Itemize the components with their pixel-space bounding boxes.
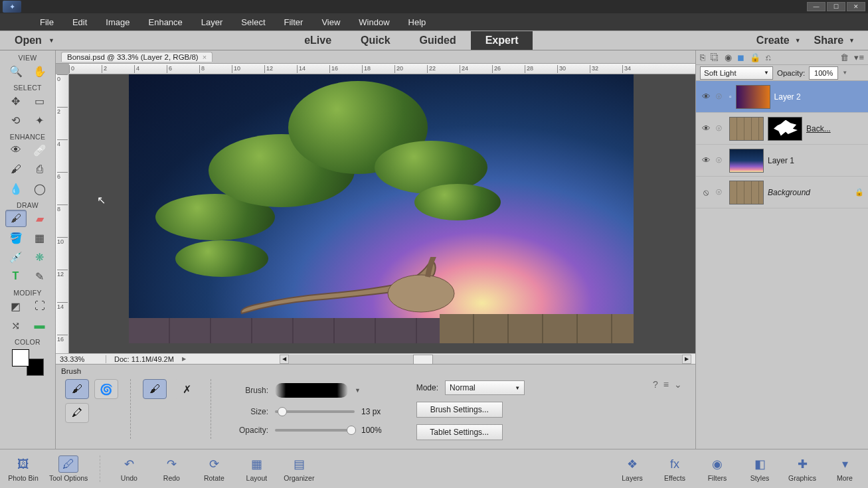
blend-mode-dropdown[interactable]: Normal▼ (445, 380, 525, 395)
bottom-organizer[interactable]: ▤Organizer (282, 455, 315, 482)
bottom-effects[interactable]: fxEffects (658, 455, 691, 482)
canvas-viewport[interactable]: ↖ (69, 74, 695, 353)
menu-help[interactable]: Help (402, 15, 433, 29)
size-slider[interactable] (275, 410, 355, 413)
layer-blend-dropdown[interactable]: Soft Light▼ (700, 66, 773, 80)
crop-tool[interactable]: ◩ (5, 297, 27, 315)
bottom-styles[interactable]: ◧Styles (743, 455, 776, 482)
brush-tool[interactable]: 🖌 (5, 210, 27, 227)
content-move-tool[interactable]: ⤭ (5, 317, 27, 334)
layer-row[interactable]: 👁⦾Back... (696, 113, 868, 145)
close-button[interactable]: ✕ (847, 2, 865, 11)
layer-thumbnail[interactable] (729, 181, 764, 204)
fill-tool[interactable]: 🪣 (5, 229, 27, 246)
brush-settings-button[interactable]: Brush Settings... (416, 402, 503, 418)
layer-mask-thumbnail[interactable] (768, 117, 802, 141)
menu-window[interactable]: Window (352, 15, 396, 29)
bottom-more[interactable]: ▾More (828, 455, 861, 482)
lock-toggle[interactable]: ⦾ (716, 124, 725, 133)
mode-tab-elive[interactable]: eLive (290, 31, 346, 50)
menu-enhance[interactable]: Enhance (142, 15, 189, 29)
layer-name[interactable]: Layer 1 (768, 156, 864, 165)
layer-row[interactable]: 👁⦾▫Layer 2 (696, 81, 868, 113)
opacity-slider[interactable] (275, 429, 355, 432)
panel-menu-icon[interactable]: ▾≡ (854, 52, 864, 62)
redeye-tool[interactable]: 👁 (5, 141, 27, 159)
foreground-color[interactable] (12, 349, 29, 366)
mode-tab-guided[interactable]: Guided (405, 31, 471, 50)
bottom-undo[interactable]: ↶Undo (112, 455, 145, 482)
recompose-tool[interactable]: ⛶ (29, 297, 50, 315)
color-swatches[interactable] (12, 349, 44, 376)
bottom-redo[interactable]: ↷Redo (155, 455, 188, 482)
menu-filter[interactable]: Filter (278, 15, 310, 29)
canvas-image[interactable] (129, 74, 634, 343)
open-button[interactable]: Open▼ (0, 31, 66, 50)
layer-thumbnail[interactable] (729, 149, 764, 173)
collapse-icon[interactable]: ⌄ (674, 379, 682, 390)
bottom-photo-bin[interactable]: 🖼Photo Bin (7, 455, 40, 482)
zoom-tool[interactable]: 🔍 (5, 62, 27, 80)
help-icon[interactable]: ? (653, 379, 658, 390)
text-tool[interactable]: T (5, 268, 27, 285)
new-group-icon[interactable]: ⿻ (711, 52, 719, 62)
create-button[interactable]: Create▼ (756, 35, 801, 46)
menu-image[interactable]: Image (99, 15, 136, 29)
bottom-rotate[interactable]: ⟳Rotate (197, 455, 230, 482)
layer-row[interactable]: ⦸⦾Background🔒 (696, 177, 868, 208)
visibility-toggle[interactable]: 👁 (700, 92, 712, 102)
new-layer-icon[interactable]: ⎘ (700, 52, 705, 62)
zoom-readout[interactable]: 33.33% (60, 355, 106, 363)
layer-thumbnail[interactable] (736, 85, 770, 109)
bottom-tool-options[interactable]: 🖊Tool Options (49, 455, 88, 482)
lock-toggle[interactable]: ⦾ (716, 188, 725, 197)
layer-name[interactable]: Back... (806, 124, 864, 133)
maximize-button[interactable]: ☐ (827, 2, 845, 11)
layer-row[interactable]: 👁⦾Layer 1 (696, 145, 868, 177)
horizontal-scrollbar[interactable]: ◀▶ (280, 355, 691, 364)
brush-type-b[interactable]: ✗ (175, 379, 199, 399)
share-button[interactable]: Share▼ (814, 35, 855, 46)
eyedropper-tool[interactable]: 💉 (5, 248, 27, 266)
healing-tool[interactable]: 🩹 (29, 141, 50, 159)
visibility-toggle[interactable]: ⦸ (700, 187, 712, 198)
tablet-settings-button[interactable]: Tablet Settings... (416, 424, 503, 440)
mode-tab-expert[interactable]: Expert (471, 31, 533, 50)
move-tool[interactable]: ✥ (5, 92, 27, 110)
layer-name[interactable]: Layer 2 (774, 92, 864, 102)
menu-select[interactable]: Select (234, 15, 272, 29)
impressionist-subtool[interactable]: 🌀 (94, 379, 118, 399)
lasso-tool[interactable]: ⟲ (5, 112, 27, 129)
mask-icon[interactable]: ◼ (737, 52, 744, 62)
shape-tool[interactable]: ❋ (29, 248, 50, 266)
lock-icon[interactable]: 🔒 (750, 52, 760, 62)
brush-type-a[interactable]: 🖌 (143, 379, 167, 399)
layer-opacity-field[interactable]: 100% (809, 66, 838, 80)
color-replace-subtool[interactable]: 🖍 (65, 403, 89, 423)
mode-tab-quick[interactable]: Quick (346, 31, 404, 50)
brush-preview[interactable] (275, 383, 348, 398)
layer-name[interactable]: Background (768, 188, 851, 197)
straighten-tool[interactable]: ▬ (29, 317, 50, 334)
clone-stamp-tool[interactable]: ⎙ (29, 161, 50, 178)
visibility-toggle[interactable]: 👁 (700, 123, 712, 133)
link-icon[interactable]: ⎌ (766, 52, 771, 62)
marquee-tool[interactable]: ▭ (29, 92, 50, 110)
pencil-tool[interactable]: ✎ (29, 268, 50, 285)
eraser-tool[interactable]: ▰ (29, 210, 50, 227)
menu-view[interactable]: View (315, 15, 347, 29)
trash-icon[interactable]: 🗑 (840, 52, 849, 62)
menu-layer[interactable]: Layer (195, 15, 230, 29)
menu-file[interactable]: File (33, 15, 60, 29)
magic-wand-tool[interactable]: ✦ (29, 112, 50, 129)
bottom-graphics[interactable]: ✚Graphics (786, 455, 819, 482)
minimize-button[interactable]: — (807, 2, 825, 11)
menu-icon[interactable]: ≡ (663, 379, 669, 390)
smart-brush-tool[interactable]: 🖌 (5, 161, 27, 178)
menu-edit[interactable]: Edit (66, 15, 94, 29)
sponge-tool[interactable]: ◯ (29, 180, 50, 197)
close-tab-icon[interactable]: × (203, 53, 207, 61)
document-tab[interactable]: Bonsai.psd @ 33.3% (Layer 2, RGB/8) × (61, 52, 213, 62)
layer-thumbnail[interactable] (729, 117, 764, 141)
hand-tool[interactable]: ✋ (29, 62, 50, 80)
